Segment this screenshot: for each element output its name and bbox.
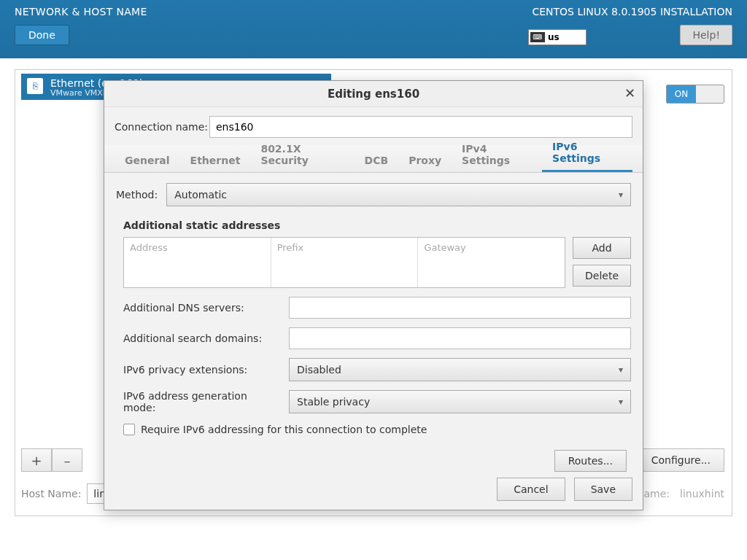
help-button[interactable]: Help!	[680, 25, 732, 45]
addr-gen-label: IPv6 address generation mode:	[123, 390, 280, 413]
connection-toggle[interactable]: ON	[666, 85, 724, 104]
done-button[interactable]: Done	[15, 25, 69, 45]
dialog-title-bar: Editing ens160 ✕	[104, 81, 643, 107]
keyboard-icon	[530, 32, 545, 42]
col-gateway: Gateway	[418, 238, 565, 287]
search-domains-input[interactable]	[289, 327, 631, 349]
tab-proxy[interactable]: Proxy	[398, 149, 452, 172]
col-prefix: Prefix	[271, 238, 419, 287]
header-bar: NETWORK & HOST NAME CENTOS LINUX 8.0.190…	[0, 0, 747, 58]
search-domains-label: Additional search domains:	[123, 332, 280, 344]
addr-gen-value: Stable privacy	[297, 396, 370, 408]
device-add-remove: + –	[21, 448, 82, 472]
method-label: Method:	[116, 189, 158, 201]
keyboard-layout: us	[548, 32, 560, 42]
tab-bar: General Ethernet 802.1X Security DCB Pro…	[104, 145, 643, 173]
dns-input[interactable]	[289, 297, 631, 319]
privacy-ext-label: IPv6 privacy extensions:	[123, 364, 280, 376]
tab-dcb[interactable]: DCB	[355, 149, 399, 172]
page-title: NETWORK & HOST NAME	[15, 6, 147, 18]
addr-gen-select[interactable]: Stable privacy	[289, 390, 631, 413]
privacy-ext-value: Disabled	[297, 364, 341, 376]
hostname-label: Host Name:	[21, 488, 81, 499]
cancel-button[interactable]: Cancel	[497, 478, 565, 501]
keyboard-indicator[interactable]: us	[528, 29, 587, 45]
addresses-table[interactable]: Address Prefix Gateway	[123, 237, 565, 288]
dns-label: Additional DNS servers:	[123, 302, 280, 314]
tab-ethernet[interactable]: Ethernet	[180, 149, 251, 172]
ethernet-icon: ⎘	[27, 78, 43, 94]
connection-name-label: Connection name:	[115, 121, 209, 133]
ipv6-settings-pane: Method: Automatic Additional static addr…	[115, 173, 632, 472]
dialog-title: Editing ens160	[328, 88, 419, 101]
close-icon[interactable]: ✕	[624, 85, 635, 101]
method-value: Automatic	[174, 189, 227, 201]
delete-address-button[interactable]: Delete	[573, 265, 631, 287]
save-button[interactable]: Save	[574, 478, 632, 501]
tab-ipv4[interactable]: IPv4 Settings	[452, 137, 542, 172]
installer-title: CENTOS LINUX 8.0.1905 INSTALLATION	[532, 6, 732, 18]
edit-connection-dialog: Editing ens160 ✕ Connection name: Genera…	[104, 80, 643, 510]
current-hostname-value: linuxhint	[680, 488, 724, 499]
privacy-ext-select[interactable]: Disabled	[289, 358, 631, 381]
toggle-knob	[696, 85, 724, 103]
add-address-button[interactable]: Add	[573, 237, 631, 259]
col-address: Address	[124, 238, 271, 287]
tab-general[interactable]: General	[115, 149, 180, 172]
method-select[interactable]: Automatic	[166, 183, 631, 206]
tab-ipv6[interactable]: IPv6 Settings	[542, 135, 632, 172]
toggle-on-label: ON	[667, 85, 696, 103]
addresses-heading: Additional static addresses	[123, 219, 631, 231]
configure-button[interactable]: Configure...	[638, 448, 724, 472]
tab-8021x[interactable]: 802.1X Security	[250, 137, 354, 172]
remove-device-button[interactable]: –	[52, 448, 82, 472]
routes-button[interactable]: Routes...	[554, 450, 627, 472]
add-device-button[interactable]: +	[21, 448, 52, 472]
require-ipv6-label: Require IPv6 addressing for this connect…	[141, 424, 427, 435]
require-ipv6-checkbox[interactable]	[123, 424, 135, 435]
